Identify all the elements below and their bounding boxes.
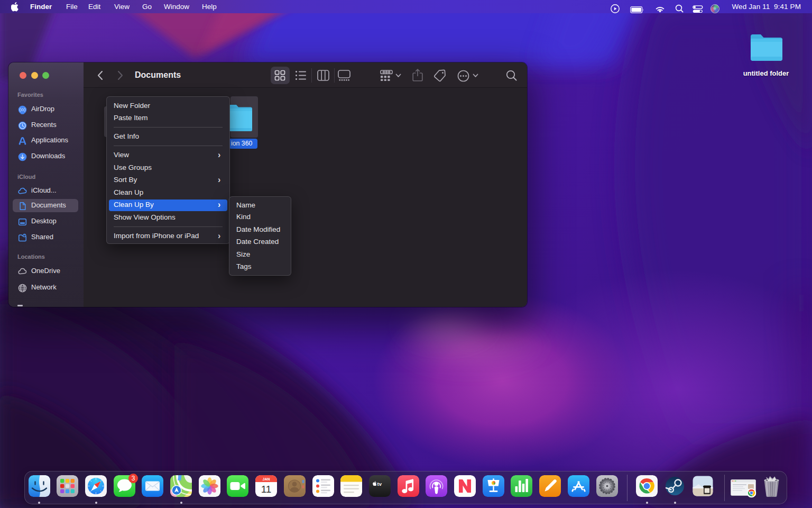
svg-text:JAN: JAN	[262, 477, 270, 481]
svg-text:11: 11	[261, 484, 272, 495]
svg-text:tv: tv	[377, 481, 382, 487]
